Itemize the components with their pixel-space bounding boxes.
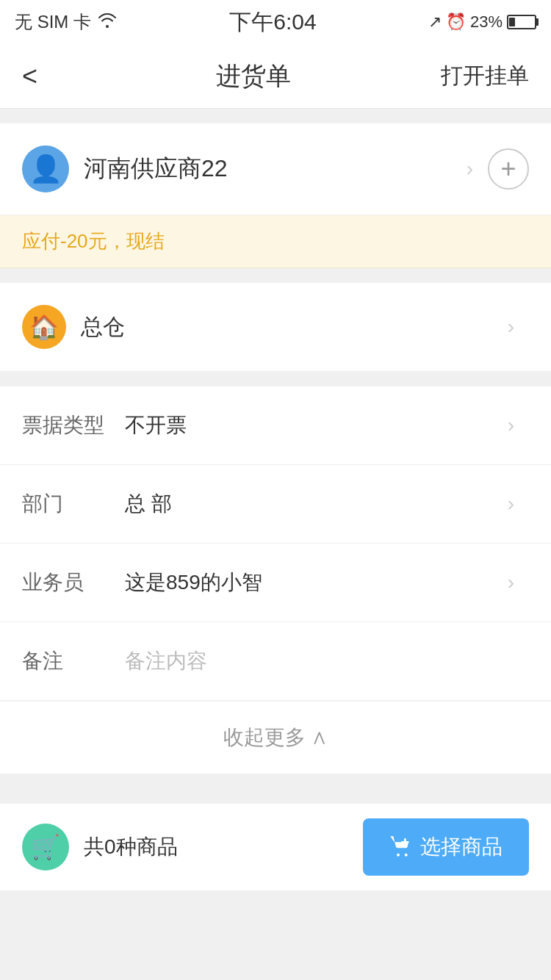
select-product-label: 选择商品 [420, 833, 503, 861]
warehouse-row[interactable]: 🏠 总仓 › [0, 283, 551, 372]
dept-label: 部门 [22, 490, 110, 518]
note-row[interactable]: 备注 备注内容 [0, 622, 551, 701]
product-count: 共0种商品 [84, 833, 363, 861]
salesperson-value: 这是859的小智 [110, 569, 508, 597]
nav-bar: < 进货单 打开挂单 [0, 44, 551, 109]
battery-icon [507, 15, 536, 29]
person-icon: 👤 [29, 154, 62, 184]
product-icon-wrap: 🛒 [22, 824, 69, 871]
note-input[interactable]: 备注内容 [110, 647, 529, 675]
battery-label: 23% [470, 12, 503, 32]
svg-point-1 [405, 854, 408, 857]
time-label: 下午6:04 [229, 7, 316, 37]
section-gap-1 [0, 109, 551, 123]
location-icon: ↗ [428, 12, 442, 32]
wifi-icon [97, 12, 118, 32]
cart-plus-icon [389, 835, 413, 859]
page-title: 进货单 [216, 60, 291, 93]
dept-row[interactable]: 部门 总 部 › [0, 465, 551, 544]
section-gap-4 [0, 774, 551, 788]
warehouse-chevron-icon: › [508, 315, 514, 339]
section-gap-3 [0, 372, 551, 386]
product-bar: 🛒 共0种商品 选择商品 [0, 803, 551, 890]
warehouse-icon: 🏠 [29, 313, 59, 341]
salesperson-label: 业务员 [22, 569, 110, 597]
collapse-label: 收起更多 ∧ [223, 724, 328, 752]
invoice-row[interactable]: 票据类型 不开票 › [0, 386, 551, 465]
status-bar: 无 SIM 卡 下午6:04 ↗ ⏰ 23% [0, 0, 551, 44]
warehouse-name: 总仓 [81, 312, 508, 342]
select-product-button[interactable]: 选择商品 [363, 818, 529, 876]
warehouse-icon-wrap: 🏠 [22, 305, 66, 349]
supplier-name: 河南供应商22 [84, 153, 467, 185]
supplier-chevron-icon: › [467, 157, 473, 181]
plus-icon: + [500, 154, 516, 184]
invoice-label: 票据类型 [22, 411, 110, 439]
form-section: 票据类型 不开票 › 部门 总 部 › 业务员 这是859的小智 › 备注 备注… [0, 386, 551, 774]
warehouse-section: 🏠 总仓 › [0, 283, 551, 372]
notice-bar: 应付-20元，现结 [0, 215, 551, 268]
dept-value: 总 部 [110, 490, 508, 518]
notice-text: 应付-20元，现结 [22, 230, 165, 252]
dept-chevron-icon: › [508, 492, 514, 516]
invoice-value: 不开票 [110, 411, 508, 439]
svg-point-0 [397, 854, 400, 857]
status-left: 无 SIM 卡 [15, 10, 118, 34]
back-button[interactable]: < [22, 61, 66, 92]
collapse-button[interactable]: 收起更多 ∧ [0, 701, 551, 774]
bottom-background [0, 890, 551, 980]
alarm-icon: ⏰ [446, 12, 466, 32]
add-button[interactable]: + [488, 148, 529, 190]
status-right: ↗ ⏰ 23% [428, 12, 536, 32]
note-label: 备注 [22, 647, 110, 675]
supplier-avatar: 👤 [22, 145, 69, 192]
supplier-row[interactable]: 👤 河南供应商22 › + [0, 123, 551, 215]
carrier-label: 无 SIM 卡 [15, 10, 91, 34]
salesperson-chevron-icon: › [508, 571, 514, 594]
salesperson-row[interactable]: 业务员 这是859的小智 › [0, 544, 551, 622]
invoice-chevron-icon: › [508, 414, 514, 437]
supplier-section: 👤 河南供应商22 › + 应付-20元，现结 [0, 123, 551, 268]
open-pending-button[interactable]: 打开挂单 [441, 61, 529, 91]
section-gap-2 [0, 268, 551, 283]
product-icon: 🛒 [31, 833, 60, 861]
